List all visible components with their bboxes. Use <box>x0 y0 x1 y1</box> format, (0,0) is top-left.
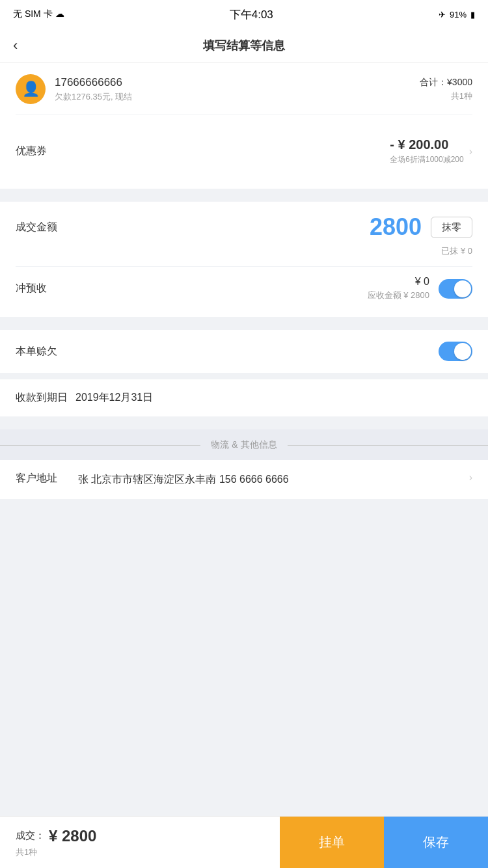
address-chevron-icon: › <box>469 472 472 483</box>
battery-icon: ▮ <box>470 10 475 20</box>
address-card[interactable]: 客户地址 张 北京市市辖区海淀区永丰南 156 6666 6666 › <box>0 460 488 499</box>
location-icon: ✈ <box>439 10 446 20</box>
user-info-text: 17666666666 欠款1276.35元, 现结 <box>55 76 132 103</box>
bottom-total-count: 共1种 <box>16 847 264 858</box>
amount-value: 2800 <box>370 213 422 241</box>
hold-button[interactable]: 挂单 <box>280 817 384 869</box>
address-value: 张 北京市市辖区海淀区永丰南 156 6666 6666 <box>78 472 469 487</box>
amount-label: 成交金额 <box>16 221 57 234</box>
address-row: 客户地址 张 北京市市辖区海淀区永丰南 156 6666 6666 › <box>16 472 472 487</box>
transaction-amount-card: 成交金额 2800 抹零 已抹 ¥ 0 冲预收 ¥ 0 应收金额 ¥ 2800 <box>0 202 488 317</box>
coupon-amount: - ¥ 200.00 <box>390 137 463 152</box>
coupon-sub: 全场6折满1000减200 <box>390 154 463 165</box>
due-date-label: 收款到期日 <box>16 391 68 405</box>
address-chevron: › <box>469 472 472 483</box>
save-button[interactable]: 保存 <box>384 817 488 869</box>
section-gap-3 <box>0 423 488 429</box>
prepay-label: 冲预收 <box>16 282 47 295</box>
user-phone: 17666666666 <box>55 76 132 89</box>
prepay-row: 冲预收 ¥ 0 应收金额 ¥ 2800 <box>16 267 472 310</box>
content: 👤 17666666666 欠款1276.35元, 现结 合计：¥3000 共1… <box>0 62 488 701</box>
amount-sub: 已抹 ¥ 0 <box>441 246 472 256</box>
avatar: 👤 <box>16 74 46 104</box>
prepay-right: ¥ 0 应收金额 ¥ 2800 <box>368 276 472 301</box>
user-debt: 欠款1276.35元, 现结 <box>55 91 132 103</box>
due-date-card: 收款到期日 2019年12月31日 <box>0 379 488 416</box>
signal-text: 无 SIM 卡 ☁ <box>13 8 64 20</box>
section-gap-1 <box>0 195 488 202</box>
battery-text: 91% <box>450 10 467 20</box>
address-label: 客户地址 <box>16 472 68 485</box>
coupon-chevron-icon: › <box>469 146 472 157</box>
logistics-header-text: 物流 & 其他信息 <box>200 439 287 451</box>
debt-label: 本单赊欠 <box>16 345 57 359</box>
amount-right: 2800 抹零 <box>370 213 472 241</box>
bottom-total-value: ¥ 2800 <box>49 827 96 845</box>
prepay-sub: 应收金额 ¥ 2800 <box>368 290 429 301</box>
status-left: 无 SIM 卡 ☁ <box>13 8 64 20</box>
user-row: 👤 17666666666 欠款1276.35元, 现结 合计：¥3000 共1… <box>16 74 472 104</box>
prepay-toggle[interactable] <box>439 279 472 299</box>
total-label: 合计：¥3000 <box>420 77 472 88</box>
bottom-total: 成交： ¥ 2800 共1种 <box>0 827 280 858</box>
user-left: 👤 17666666666 欠款1276.35元, 现结 <box>16 74 132 104</box>
debt-toggle-knob <box>454 343 471 360</box>
amount-row: 成交金额 2800 抹零 <box>16 213 472 241</box>
coupon-row[interactable]: 优惠券 - ¥ 200.00 全场6折满1000减200 › <box>16 126 472 177</box>
debt-card: 本单赊欠 <box>0 330 488 373</box>
status-time: 下午4:03 <box>230 7 273 22</box>
round-button[interactable]: 抹零 <box>431 217 472 238</box>
nav-bar: ‹ 填写结算等信息 <box>0 29 488 62</box>
debt-row: 本单赊欠 <box>16 342 472 361</box>
back-button[interactable]: ‹ <box>13 37 18 54</box>
user-info-card: 👤 17666666666 欠款1276.35元, 现结 合计：¥3000 共1… <box>0 62 488 189</box>
coupon-right: - ¥ 200.00 全场6折满1000减200 › <box>390 137 472 165</box>
due-date-value: 2019年12月31日 <box>75 391 153 405</box>
gray-area <box>0 506 488 636</box>
bottom-bar: 成交： ¥ 2800 共1种 挂单 保存 <box>0 816 488 868</box>
user-right: 合计：¥3000 共1种 <box>420 77 472 102</box>
status-right: ✈ 91% ▮ <box>439 10 475 20</box>
prepay-amount: ¥ 0 <box>368 276 429 288</box>
page-title: 填写结算等信息 <box>203 38 285 53</box>
bottom-total-row: 成交： ¥ 2800 <box>16 827 264 845</box>
total-count: 共1种 <box>420 90 472 102</box>
debt-toggle[interactable] <box>439 342 472 361</box>
section-gap-2 <box>0 323 488 330</box>
prepay-value: ¥ 0 应收金额 ¥ 2800 <box>368 276 429 301</box>
due-date-row: 收款到期日 2019年12月31日 <box>16 391 472 405</box>
coupon-label: 优惠券 <box>16 144 47 158</box>
status-bar: 无 SIM 卡 ☁ 下午4:03 ✈ 91% ▮ <box>0 0 488 29</box>
logistics-header: 物流 & 其他信息 <box>0 429 488 460</box>
avatar-icon: 👤 <box>22 81 40 98</box>
toggle-knob <box>454 280 471 297</box>
bottom-total-label: 成交： <box>16 830 45 842</box>
